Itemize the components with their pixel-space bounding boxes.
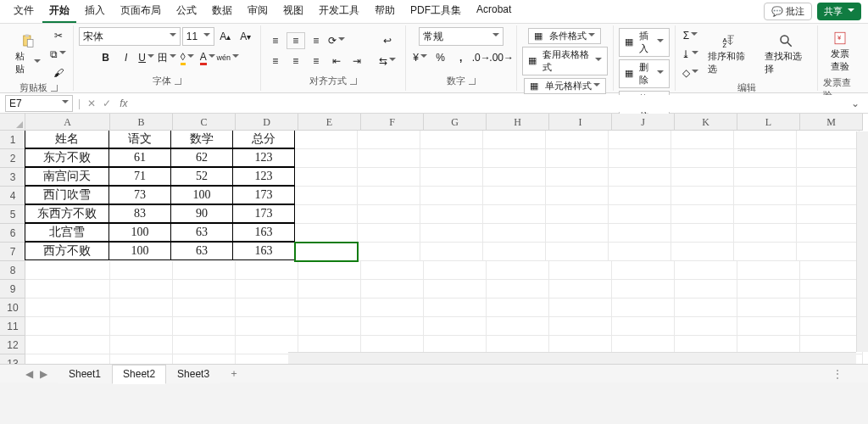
cell-B3[interactable]: 71 <box>108 167 171 186</box>
wrap-text-button[interactable]: ↩ <box>375 32 400 49</box>
cell-E7[interactable] <box>295 243 358 261</box>
cell-F8[interactable] <box>361 261 424 280</box>
cell-B6[interactable]: 100 <box>108 223 171 242</box>
cell-H10[interactable] <box>487 298 549 317</box>
cell-I3[interactable] <box>546 168 609 187</box>
cell-D11[interactable] <box>236 317 298 336</box>
cell-L1[interactable] <box>734 131 797 149</box>
cell-L8[interactable] <box>737 261 800 280</box>
cell-D2[interactable]: 123 <box>232 148 295 167</box>
cell-H9[interactable] <box>487 280 549 298</box>
cell-C2[interactable]: 62 <box>170 148 233 167</box>
cell-C6[interactable]: 63 <box>170 223 233 242</box>
menu-tab-5[interactable]: 数据 <box>205 0 239 23</box>
paste-button[interactable]: 粘贴 <box>10 30 46 79</box>
cell-B12[interactable] <box>110 336 173 354</box>
cell-K4[interactable] <box>671 187 734 205</box>
row-header-6[interactable]: 6 <box>0 224 25 243</box>
cell-M9[interactable] <box>800 280 863 298</box>
cell-M1[interactable] <box>797 131 860 149</box>
cell-G2[interactable] <box>420 149 483 168</box>
cell-A9[interactable] <box>25 280 110 298</box>
cell-J1[interactable] <box>609 131 671 149</box>
row-header-11[interactable]: 11 <box>0 317 25 336</box>
cell-J7[interactable] <box>609 243 671 261</box>
cell-G3[interactable] <box>420 168 483 187</box>
cell-I7[interactable] <box>546 243 609 261</box>
cell-E6[interactable] <box>295 224 358 243</box>
cell-A5[interactable]: 东西方不败 <box>25 204 109 223</box>
col-header-D[interactable]: D <box>236 114 298 131</box>
cell-D8[interactable] <box>236 261 298 280</box>
cell-I4[interactable] <box>546 187 609 205</box>
cell-A3[interactable]: 南宫问天 <box>25 167 109 186</box>
cell-F10[interactable] <box>361 298 424 317</box>
menu-tab-3[interactable]: 页面布局 <box>114 0 168 23</box>
cell-I6[interactable] <box>546 224 609 243</box>
cell-E2[interactable] <box>295 149 358 168</box>
menu-tab-6[interactable]: 审阅 <box>241 0 275 23</box>
orientation-button[interactable]: ⟳ <box>327 32 346 49</box>
cell-F1[interactable] <box>358 131 420 149</box>
cell-C1[interactable]: 数学 <box>170 131 233 148</box>
col-header-I[interactable]: I <box>549 114 612 131</box>
cell-A12[interactable] <box>25 336 110 354</box>
cell-B5[interactable]: 83 <box>108 204 171 223</box>
cell-G8[interactable] <box>424 261 487 280</box>
cell-D6[interactable]: 163 <box>232 223 295 242</box>
cell-L6[interactable] <box>734 224 797 243</box>
fill-button[interactable]: ⤓ <box>681 46 699 63</box>
horizontal-scrollbar[interactable] <box>288 352 856 364</box>
formula-input[interactable] <box>132 95 843 112</box>
format-painter-button[interactable]: 🖌 <box>49 64 68 81</box>
comma-button[interactable]: , <box>452 49 470 66</box>
row-header-5[interactable]: 5 <box>0 205 25 224</box>
font-size-combo[interactable]: 11 <box>182 27 214 46</box>
cell-G9[interactable] <box>424 280 487 298</box>
col-header-G[interactable]: G <box>424 114 487 131</box>
expand-formula-icon[interactable]: ⌄ <box>843 98 868 109</box>
cell-C3[interactable]: 52 <box>170 167 233 186</box>
row-header-9[interactable]: 9 <box>0 280 25 298</box>
cell-J10[interactable] <box>612 298 675 317</box>
font-name-combo[interactable]: 宋体 <box>79 27 181 46</box>
cell-I10[interactable] <box>549 298 612 317</box>
cell-F5[interactable] <box>358 205 420 224</box>
cell-A4[interactable]: 西门吹雪 <box>25 186 109 204</box>
cell-C7[interactable]: 63 <box>170 242 233 260</box>
cell-K6[interactable] <box>671 224 734 243</box>
cell-D5[interactable]: 173 <box>232 204 295 223</box>
cell-C10[interactable] <box>173 298 236 317</box>
increase-indent-button[interactable]: ⇥ <box>348 53 366 70</box>
cell-J3[interactable] <box>609 168 671 187</box>
font-color-button[interactable]: A <box>198 49 217 66</box>
next-sheet-icon[interactable]: ▶ <box>40 368 47 380</box>
menu-tab-1[interactable]: 开始 <box>42 0 76 23</box>
borders-button[interactable]: 田 <box>158 49 176 66</box>
row-header-3[interactable]: 3 <box>0 168 25 187</box>
menu-tab-10[interactable]: PDF工具集 <box>403 0 468 23</box>
cell-C8[interactable] <box>173 261 236 280</box>
cell-J6[interactable] <box>609 224 671 243</box>
cell-H11[interactable] <box>487 317 549 336</box>
cell-B2[interactable]: 61 <box>108 148 171 167</box>
cell-J4[interactable] <box>609 187 671 205</box>
align-middle-button[interactable]: ≡ <box>287 32 305 49</box>
clear-button[interactable]: ◇ <box>681 64 699 81</box>
row-header-10[interactable]: 10 <box>0 298 25 317</box>
cell-E10[interactable] <box>298 298 361 317</box>
cell-G1[interactable] <box>420 131 483 149</box>
align-left-button[interactable]: ≡ <box>266 53 285 70</box>
cell-K3[interactable] <box>671 168 734 187</box>
row-header-2[interactable]: 2 <box>0 149 25 168</box>
sort-filter-button[interactable]: AZ 排序和筛选 <box>703 30 755 79</box>
cell-F9[interactable] <box>361 280 424 298</box>
confirm-icon[interactable]: ✓ <box>99 98 114 109</box>
cell-A2[interactable]: 东方不败 <box>25 148 109 167</box>
cell-C5[interactable]: 90 <box>170 204 233 223</box>
cell-A8[interactable] <box>25 261 110 280</box>
dialog-launcher-icon[interactable] <box>175 78 181 85</box>
col-header-J[interactable]: J <box>612 114 675 131</box>
cell-H2[interactable] <box>483 149 546 168</box>
cell-L3[interactable] <box>734 168 797 187</box>
